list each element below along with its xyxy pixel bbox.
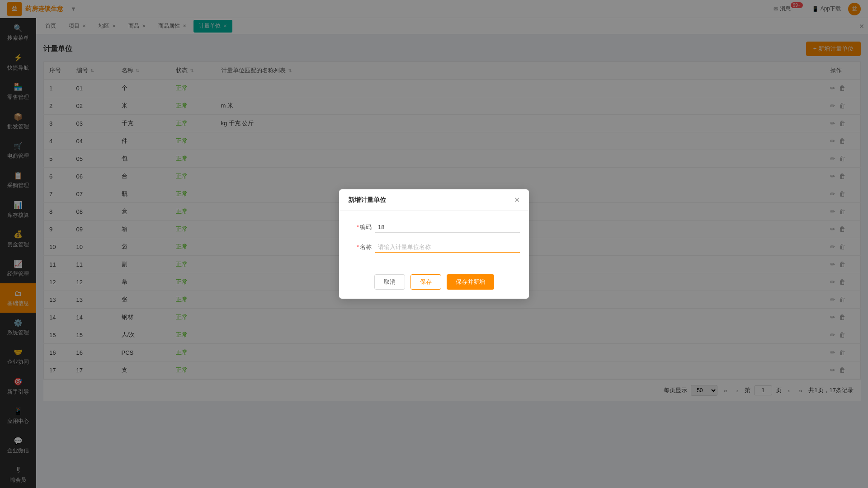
cancel-button[interactable]: 取消 <box>374 274 405 290</box>
form-label-code: *编码 <box>348 223 375 231</box>
modal-overlay[interactable]: 新增计量单位 ✕ *编码 *名称 取消 保存 保存并新增 <box>0 0 868 488</box>
form-input-name[interactable] <box>375 242 520 253</box>
modal-footer: 取消 保存 保存并新增 <box>339 269 529 299</box>
modal-close-btn[interactable]: ✕ <box>514 196 520 204</box>
form-item-name: *名称 <box>348 242 520 253</box>
modal-body: *编码 *名称 <box>339 211 529 269</box>
form-label-name: *名称 <box>348 243 375 251</box>
modal-header: 新增计量单位 ✕ <box>339 189 529 211</box>
form-input-code[interactable] <box>375 222 520 233</box>
required-mark-code: * <box>357 224 359 230</box>
save-new-button[interactable]: 保存并新增 <box>447 274 494 290</box>
required-mark-name: * <box>357 244 359 250</box>
modal-title: 新增计量单位 <box>348 196 386 204</box>
modal-add-unit: 新增计量单位 ✕ *编码 *名称 取消 保存 保存并新增 <box>339 189 529 299</box>
form-item-code: *编码 <box>348 222 520 233</box>
save-button[interactable]: 保存 <box>410 274 441 290</box>
